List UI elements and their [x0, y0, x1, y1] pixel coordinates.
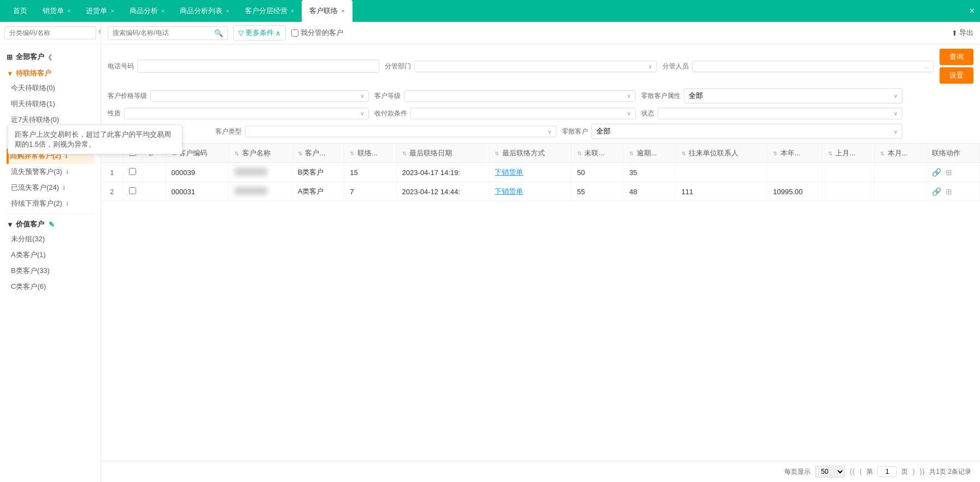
col-not-contacted[interactable]: ⇅ 未联... — [571, 144, 623, 163]
retail-attr-select[interactable]: 全部 ∨ — [684, 88, 902, 103]
sidebar-unclassified[interactable]: 未分组(32) — [7, 231, 94, 247]
nav-product-list[interactable]: 商品分析列表 × — [172, 0, 237, 22]
row-last-method: 下销货单 — [489, 163, 571, 182]
filter-row-1: 电话号码 分管部门 ∨ 分管人员 … — [108, 49, 973, 84]
row-category: A类客户 — [292, 182, 344, 201]
more-conditions-btn[interactable]: ▽ 更多条件 ∧ — [233, 25, 286, 40]
nav-customer-contact[interactable]: 客户联络 × — [302, 0, 352, 22]
per-page-label: 每页显示 — [784, 467, 811, 477]
action-link-icon[interactable]: 🔗 — [932, 187, 941, 196]
page-input[interactable] — [877, 466, 897, 477]
nav-sales-close[interactable]: × — [67, 8, 71, 14]
action-grid-icon[interactable]: ⊞ — [946, 168, 952, 177]
retail-customer-select[interactable]: 全部 ∨ — [591, 124, 902, 139]
col-unit-contact[interactable]: ⇅ 往来单位联系人 — [676, 144, 767, 163]
sidebar-lost-preview[interactable]: 流失预警客户(3) ℹ — [7, 164, 94, 180]
row-last-method: 下销货单 — [489, 182, 571, 201]
nav-customer-mgmt-close[interactable]: × — [291, 8, 294, 14]
phone-input[interactable] — [137, 60, 379, 73]
continuous-down-info-icon: ℹ — [66, 200, 68, 207]
row-this-year: 10995.00 — [767, 182, 822, 201]
nav-product-analysis[interactable]: 商品分析 × — [122, 0, 172, 22]
sidebar-continuous-down[interactable]: 持续下滑客户(2) ℹ — [7, 196, 94, 212]
col-this-month[interactable]: ⇅ 本月... — [875, 144, 926, 163]
filter-row-2: 客户价格等级 ∨ 客户等级 ∨ 零散客户属性 全部 — [108, 88, 973, 103]
col-name[interactable]: ⇅ 客户名称 — [229, 144, 292, 163]
sidebar-today-pending[interactable]: 今天待联络(0) — [7, 80, 94, 96]
sidebar-pending-title[interactable]: ▼ 待联络客户 — [7, 65, 94, 80]
nav-customer-mgmt[interactable]: 客户分层经营 × — [237, 0, 302, 22]
next-page-btn[interactable]: ⟩ — [912, 467, 915, 476]
dept-select[interactable]: ∨ — [414, 61, 656, 72]
sidebar-all-customers-title[interactable]: ⊞ 全部客户 ❮ — [7, 49, 94, 65]
prev-page-btn[interactable]: ⟨ — [859, 467, 862, 476]
nav-sales[interactable]: 销货单 × — [35, 0, 78, 22]
filter-row-4: ... 客户类型 ∨ 零散客户 全部 ∨ — [108, 124, 973, 139]
sort-icon-name: ⇅ — [234, 150, 239, 156]
gender-select[interactable]: ∨ — [124, 108, 369, 119]
action-buttons: 查询 设置 — [940, 49, 973, 84]
status-label: 状态 — [641, 109, 654, 118]
row-checkbox-cell — [123, 163, 142, 182]
filter-icon: ▽ — [238, 29, 244, 37]
top-close-button[interactable]: × — [970, 6, 975, 16]
search-icon[interactable]: 🔍 — [214, 29, 223, 37]
nav-customer-contact-close[interactable]: × — [341, 8, 344, 14]
person-select[interactable]: … — [692, 61, 934, 72]
row-empty — [142, 182, 166, 201]
row-num: 1 — [101, 163, 123, 182]
last-method-link[interactable]: 下销货单 — [495, 187, 523, 195]
row-last-date: 2023-04-17 14:19: — [396, 163, 489, 182]
row-last-month — [822, 182, 874, 201]
value-edit-icon[interactable]: ✎ — [49, 220, 55, 229]
first-page-btn[interactable]: ⟨⟨ — [849, 467, 855, 476]
payment-select[interactable]: ∨ — [410, 108, 636, 119]
row-last-date: 2023-04-12 14:44: — [396, 182, 489, 201]
my-customers-checkbox[interactable] — [291, 30, 298, 37]
query-button[interactable]: 查询 — [940, 49, 973, 65]
sidebar-search-input[interactable] — [4, 26, 96, 39]
nav-purchase[interactable]: 进货单 × — [78, 0, 121, 22]
sort-icon-last-method: ⇅ — [495, 150, 499, 156]
customer-type-label: 客户类型 — [215, 127, 242, 136]
nav-home[interactable]: 首页 — [5, 0, 35, 22]
col-last-month[interactable]: ⇅ 上月... — [822, 144, 874, 163]
my-customers-checkbox-wrap: 我分管的客户 — [291, 28, 343, 38]
col-last-date[interactable]: ⇅ 最后联络日期 — [396, 144, 489, 163]
col-contact[interactable]: ⇅ 联络... — [344, 144, 396, 163]
sidebar-class-a[interactable]: A类客户(1) — [7, 247, 94, 263]
row-checkbox[interactable] — [129, 168, 136, 175]
nav-product-list-close[interactable]: × — [226, 8, 229, 14]
sidebar-class-b[interactable]: B类客户(33) — [7, 263, 94, 279]
sidebar-tomorrow-pending[interactable]: 明天待联络(1) — [7, 96, 94, 112]
last-method-link[interactable]: 下销货单 — [495, 168, 523, 176]
export-button[interactable]: ⬆ 导出 — [952, 28, 973, 38]
action-link-icon[interactable]: 🔗 — [932, 168, 941, 177]
row-code: 000031 — [166, 182, 229, 201]
customer-grade-select[interactable]: ∨ — [404, 90, 636, 102]
settings-button[interactable]: 设置 — [940, 67, 973, 84]
per-page-select[interactable]: 50 20 100 — [815, 466, 845, 478]
price-grade-select[interactable]: ∨ — [150, 90, 369, 102]
last-page-btn[interactable]: ⟩⟩ — [919, 467, 925, 476]
nav-product-analysis-close[interactable]: × — [161, 8, 165, 14]
filter-retail-attr: 零散客户属性 全部 ∨ — [641, 88, 902, 103]
row-last-month — [822, 163, 874, 182]
main-search-input[interactable] — [113, 29, 214, 37]
nav-purchase-close[interactable]: × — [110, 8, 114, 14]
status-select[interactable]: ∨ — [658, 108, 902, 119]
sidebar-class-c[interactable]: C类客户(6) — [7, 279, 94, 295]
customer-type-select[interactable]: ∨ — [245, 126, 556, 137]
customer-grade-dropdown-icon: ∨ — [627, 93, 631, 99]
row-checkbox[interactable] — [129, 187, 136, 194]
col-this-year[interactable]: ⇅ 本年... — [767, 144, 822, 163]
sidebar-already-lost[interactable]: 已流失客户(24) ℹ — [7, 180, 94, 196]
col-category[interactable]: ⇅ 客户... — [292, 144, 344, 163]
col-last-method[interactable]: ⇅ 最后联络方式 — [489, 144, 571, 163]
row-overdue: 48 — [624, 182, 676, 201]
sidebar-divider-2 — [7, 213, 94, 214]
action-grid-icon[interactable]: ⊞ — [946, 187, 952, 196]
col-overdue[interactable]: ⇅ 逾期... — [624, 144, 676, 163]
sidebar-collapse-icon[interactable]: ❮ — [48, 54, 52, 61]
gender-dropdown-icon: ∨ — [360, 111, 364, 117]
